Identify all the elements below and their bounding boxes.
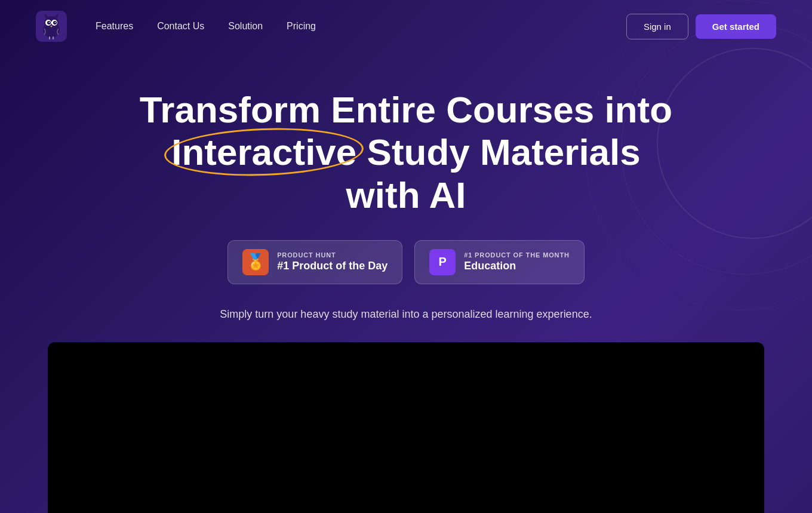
- hero-title-part2: Study Materials with AI: [346, 131, 641, 215]
- badge-edu-text: #1 PRODUCT OF THE MONTH Education: [464, 251, 570, 272]
- nav-item-pricing[interactable]: Pricing: [287, 21, 316, 32]
- badge-edu-label: #1 PRODUCT OF THE MONTH: [464, 251, 570, 259]
- video-area[interactable]: [48, 342, 764, 513]
- nav-left: Features Contact Us Solution Pricing: [36, 11, 316, 42]
- hero-section: Transform Entire Courses into Interactiv…: [0, 53, 812, 513]
- badge-edu-icon-text: P: [439, 255, 447, 269]
- logo[interactable]: [36, 11, 67, 42]
- badge-ph-value: #1 Product of the Day: [277, 260, 387, 272]
- hero-title: Transform Entire Courses into Interactiv…: [137, 88, 675, 216]
- badges-container: 🏅 PRODUCT HUNT #1 Product of the Day P #…: [227, 240, 585, 284]
- navbar: Features Contact Us Solution Pricing Sig…: [0, 0, 812, 53]
- getstarted-button[interactable]: Get started: [696, 14, 776, 39]
- svg-point-9: [49, 22, 50, 23]
- nav-link-contact[interactable]: Contact Us: [157, 21, 204, 31]
- hero-title-highlight: Interactive: [171, 131, 356, 173]
- nav-link-features[interactable]: Features: [96, 21, 133, 31]
- nav-right: Sign in Get started: [626, 14, 776, 39]
- badge-ph-label: PRODUCT HUNT: [277, 251, 387, 259]
- svg-rect-12: [49, 36, 50, 39]
- svg-point-10: [55, 22, 56, 23]
- nav-item-solution[interactable]: Solution: [228, 21, 263, 32]
- hero-subtitle: Simply turn your heavy study material in…: [220, 308, 592, 321]
- svg-rect-13: [53, 36, 54, 39]
- badge-edu-icon: P: [429, 249, 456, 275]
- hero-title-highlight-wrap: Interactive: [171, 131, 356, 173]
- signin-button[interactable]: Sign in: [626, 14, 688, 39]
- badge-edu-value: Education: [464, 260, 570, 272]
- hero-title-part1: Transform Entire Courses into: [140, 89, 672, 130]
- nav-item-contact[interactable]: Contact Us: [157, 21, 204, 32]
- nav-item-features[interactable]: Features: [96, 21, 133, 32]
- nav-link-pricing[interactable]: Pricing: [287, 21, 316, 31]
- badge-product-hunt: 🏅 PRODUCT HUNT #1 Product of the Day: [227, 240, 402, 284]
- nav-link-solution[interactable]: Solution: [228, 21, 263, 31]
- badge-ph-icon: 🏅: [242, 249, 269, 275]
- badge-product-month: P #1 PRODUCT OF THE MONTH Education: [414, 240, 585, 284]
- badge-ph-text: PRODUCT HUNT #1 Product of the Day: [277, 251, 387, 272]
- nav-links: Features Contact Us Solution Pricing: [96, 21, 316, 32]
